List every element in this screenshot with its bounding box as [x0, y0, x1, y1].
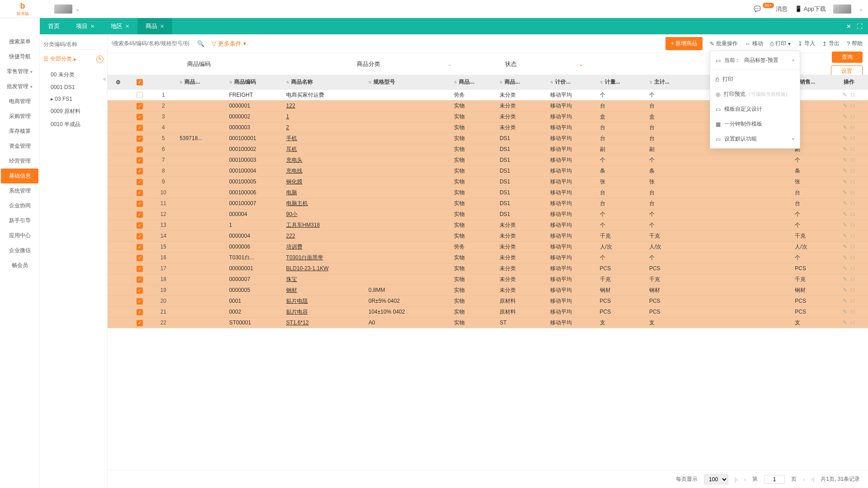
- row-checkbox[interactable]: ✓: [137, 255, 143, 261]
- edit-icon[interactable]: ✎: [843, 222, 847, 228]
- print-popup-item-1[interactable]: ◎打印预览(可编辑当前模板): [710, 87, 800, 102]
- edit-icon[interactable]: ✎: [843, 309, 847, 315]
- sort-icon[interactable]: ⇅: [500, 80, 503, 84]
- sort-icon[interactable]: ⇅: [550, 80, 553, 84]
- tree-node-0[interactable]: 00 未分类: [43, 68, 104, 81]
- table-row[interactable]: ✓180000007珠宝实物未分类移动平均千克千克千克✎⫶⫶: [108, 274, 868, 285]
- edit-icon[interactable]: ✎: [843, 103, 847, 109]
- collapse-tree-icon[interactable]: «: [103, 76, 106, 82]
- edit-icon[interactable]: ✎: [843, 157, 847, 163]
- cell-cb[interactable]: ✓: [129, 165, 151, 176]
- row-checkbox[interactable]: ✓: [137, 244, 143, 250]
- sort-icon[interactable]: ⇅: [286, 80, 289, 84]
- cell-name[interactable]: 充电线: [283, 165, 365, 176]
- edit-icon[interactable]: ✎: [843, 178, 847, 185]
- print-popup-item-2[interactable]: ▭模板自定义设计: [710, 102, 800, 117]
- per-page-select[interactable]: 100: [704, 474, 728, 484]
- sidebar-item-0[interactable]: 搜索菜单: [0, 34, 39, 49]
- tool-link-1[interactable]: ↔移动: [745, 40, 763, 47]
- row-checkbox[interactable]: ✓: [137, 309, 143, 315]
- more-filters-toggle[interactable]: ▽ 更多条件 ▾: [212, 40, 246, 48]
- sort-icon[interactable]: ⇅: [179, 80, 183, 84]
- messages-link[interactable]: 💬 99+ 消息: [754, 5, 788, 13]
- row-checkbox[interactable]: ✓: [137, 146, 143, 153]
- page-next-icon[interactable]: ›: [803, 476, 805, 483]
- table-row[interactable]: ✓9000100005钢化膜实物DS1移动平均张张张✎⫶⫶: [108, 176, 868, 187]
- print-popup-item-4[interactable]: ▭设置默认功能▾: [710, 131, 800, 146]
- cell-cb[interactable]: ✓: [129, 220, 151, 230]
- table-row[interactable]: ✓7000100003充电头实物DS1移动平均个个个✎⫶⫶: [108, 155, 868, 165]
- more-icon[interactable]: ⫶⫶: [850, 287, 855, 293]
- table-row[interactable]: ✓11000100007电脑主机实物DS1移动平均台台台✎⫶⫶: [108, 198, 868, 209]
- col-name[interactable]: ⇅商品名称: [283, 75, 365, 89]
- cell-cb[interactable]: ✓: [129, 155, 151, 165]
- col-idx[interactable]: [151, 75, 176, 89]
- table-row[interactable]: ✓150000006培训费劳务未分类移动平均人/次人/次人/次✎⫶⫶: [108, 241, 868, 252]
- tab-1[interactable]: 项目✕: [68, 18, 103, 34]
- col-code0[interactable]: ⇅商品...: [176, 75, 225, 89]
- sidebar-item-7[interactable]: 资金管理: [0, 139, 39, 154]
- cell-cb[interactable]: ✓: [129, 187, 151, 198]
- cell-name[interactable]: ST1.6*12: [283, 317, 365, 328]
- sidebar-item-9[interactable]: 基础信息: [1, 169, 38, 183]
- row-checkbox[interactable]: ✓: [137, 233, 143, 239]
- sidebar-item-14[interactable]: 企业微信: [0, 243, 39, 258]
- row-checkbox[interactable]: ✓: [137, 190, 143, 196]
- table-row[interactable]: ✓190000005钢材0.8MM实物未分类移动平均钢材钢材钢材✎⫶⫶: [108, 285, 868, 296]
- cell-cb[interactable]: ✓: [129, 285, 151, 296]
- edit-icon[interactable]: ✎: [843, 189, 847, 196]
- search-icon[interactable]: 🔍: [197, 40, 204, 47]
- page-prev-icon[interactable]: ‹: [744, 476, 746, 483]
- page-last-icon[interactable]: ›|: [811, 476, 814, 483]
- cell-name[interactable]: T0301白面黑带: [283, 252, 365, 263]
- row-checkbox[interactable]: ✓: [137, 168, 143, 174]
- cell-cb[interactable]: ✓: [129, 317, 151, 328]
- cell-cb[interactable]: ✓: [129, 263, 151, 274]
- col-op[interactable]: 操作: [830, 75, 868, 89]
- close-icon[interactable]: ✕: [125, 23, 129, 29]
- filter-code[interactable]: 商品编码: [113, 60, 285, 68]
- cell-name[interactable]: 充电头: [283, 155, 365, 165]
- row-checkbox[interactable]: ✓: [137, 179, 143, 185]
- sidebar-item-6[interactable]: 库存核算: [0, 124, 39, 139]
- col-code[interactable]: ⇅商品编码: [226, 75, 283, 89]
- more-icon[interactable]: ⫶⫶: [850, 135, 855, 141]
- cell-cb[interactable]: ✓: [129, 89, 151, 100]
- filter-status[interactable]: 状态: [452, 60, 570, 68]
- sort-icon[interactable]: ⇅: [454, 80, 457, 84]
- cell-cb[interactable]: ✓: [129, 274, 151, 285]
- tab-2[interactable]: 地区✕: [103, 18, 137, 34]
- tab-3[interactable]: 商品✕: [137, 18, 172, 34]
- cell-name[interactable]: 90小: [283, 209, 365, 220]
- more-icon[interactable]: ⫶⫶: [850, 103, 855, 109]
- sidebar-item-4[interactable]: 电商管理: [0, 94, 39, 109]
- cell-name[interactable]: BLD10-23-1.1KW: [283, 263, 365, 274]
- cell-cb[interactable]: ✓: [129, 133, 151, 144]
- cell-name[interactable]: 贴片电容: [283, 306, 365, 317]
- tree-node-2[interactable]: ▸ 03 FS1: [43, 93, 104, 105]
- tool-link-5[interactable]: ?帮助: [847, 40, 863, 47]
- row-checkbox[interactable]: ✓: [137, 103, 143, 109]
- edit-icon[interactable]: ✎: [843, 287, 847, 293]
- tab-fullscreen-icon[interactable]: ⛶: [857, 23, 863, 30]
- edit-icon[interactable]: ✎: [843, 168, 847, 174]
- row-checkbox[interactable]: ✓: [137, 266, 143, 272]
- table-row[interactable]: ✓8000100004充电线实物DS1移动平均条条条✎⫶⫶: [108, 165, 868, 176]
- row-checkbox[interactable]: ✓: [137, 136, 143, 142]
- row-checkbox[interactable]: ✓: [137, 222, 143, 229]
- cell-name[interactable]: 培训费: [283, 241, 365, 252]
- sort-icon[interactable]: ⇅: [229, 80, 232, 84]
- print-popup-item-0[interactable]: ⎙打印: [710, 72, 800, 87]
- more-icon[interactable]: ⫶⫶: [850, 92, 855, 98]
- col-unit[interactable]: ⇅计量...: [596, 75, 646, 89]
- cell-name[interactable]: 珠宝: [283, 274, 365, 285]
- col-gear[interactable]: ⚙: [108, 75, 129, 89]
- row-checkbox[interactable]: ✓: [137, 114, 143, 120]
- tab-close-all-icon[interactable]: ✕: [846, 23, 851, 30]
- sidebar-item-11[interactable]: 企业协同: [0, 198, 39, 213]
- cell-name[interactable]: 手机: [283, 133, 365, 144]
- row-checkbox[interactable]: ✓: [137, 92, 143, 98]
- tool-link-3[interactable]: ↧导入: [798, 40, 815, 47]
- more-icon[interactable]: ⫶⫶: [850, 276, 855, 282]
- table-row[interactable]: ✓140000004222实物未分类移动平均千克千克千克✎⫶⫶: [108, 230, 868, 241]
